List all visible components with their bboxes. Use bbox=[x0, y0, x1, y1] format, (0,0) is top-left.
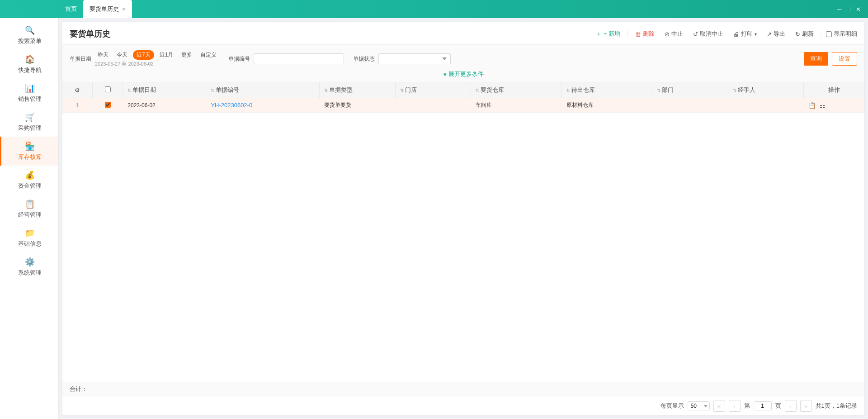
delete-button[interactable]: 🗑 删除 bbox=[632, 28, 657, 40]
sidebar-item-quick-nav[interactable]: 🏠 快捷导航 bbox=[0, 50, 58, 79]
display-detail-label: 显示明细 bbox=[834, 30, 857, 38]
expand-more-icon: ▾ bbox=[443, 71, 447, 78]
sidebar-item-system[interactable]: ⚙️ 系统管理 bbox=[0, 252, 58, 281]
tab-home[interactable]: 首页 bbox=[59, 0, 83, 18]
row-to-wh-cell: 原材料仓库 bbox=[561, 98, 652, 113]
page-size-label: 每页显示 bbox=[660, 402, 684, 410]
col-from-wh-sort-icon[interactable]: ⇅ bbox=[476, 88, 479, 93]
col-doc-num-sort-icon[interactable]: ⇅ bbox=[211, 88, 214, 93]
row-edit-icon[interactable]: 📋 bbox=[808, 102, 816, 109]
new-label: + 新增 bbox=[604, 30, 620, 38]
col-date-sort-icon[interactable]: ⇅ bbox=[127, 88, 131, 93]
refresh-button[interactable]: ↻ 刷新 bbox=[793, 28, 816, 40]
col-dept-label: 部门 bbox=[662, 86, 674, 94]
date-filter-buttons: 昨天 今天 近7天 近1月 更多 自定义 2023-05-27 至 2023-0… bbox=[95, 50, 219, 67]
col-from-wh: ⇅要货仓库 bbox=[471, 82, 561, 98]
delete-icon: 🗑 bbox=[635, 31, 641, 38]
col-doc-num-label: 单据编号 bbox=[216, 86, 239, 94]
row-doc-num-link[interactable]: YH-20230602-0 bbox=[211, 102, 252, 109]
print-button[interactable]: 🖨 打印 ▾ bbox=[731, 28, 760, 40]
date-btn-more[interactable]: 更多 bbox=[179, 50, 195, 60]
date-btn-today[interactable]: 今天 bbox=[114, 50, 130, 60]
date-btn-yesterday[interactable]: 昨天 bbox=[95, 50, 111, 60]
page-size-select[interactable]: 10 20 50 100 bbox=[688, 401, 710, 410]
minimize-icon[interactable]: ─ bbox=[837, 6, 841, 13]
prev-page-icon: ‹ bbox=[733, 403, 735, 409]
expand-more-label: 展开更多条件 bbox=[448, 70, 484, 78]
date-btn-1month[interactable]: 近1月 bbox=[157, 50, 176, 60]
col-handler-sort-icon[interactable]: ⇅ bbox=[733, 88, 736, 93]
prev-page-btn[interactable]: ‹ bbox=[729, 400, 741, 412]
doc-num-label: 单据编号 bbox=[228, 55, 250, 63]
first-page-btn[interactable]: « bbox=[713, 400, 725, 412]
display-detail-toggle[interactable]: 显示明细 bbox=[826, 30, 857, 38]
next-page-btn[interactable]: › bbox=[785, 400, 797, 412]
close-icon[interactable]: ✕ bbox=[856, 6, 861, 13]
export-button[interactable]: ↗ 导出 bbox=[764, 28, 788, 40]
sidebar-item-base-info[interactable]: 📁 基础信息 bbox=[0, 224, 58, 252]
stop-button[interactable]: ⊘ 中止 bbox=[662, 28, 686, 40]
page-number-input[interactable] bbox=[754, 401, 772, 410]
select-all-checkbox[interactable] bbox=[105, 86, 111, 92]
toolbar: ＋ + 新增 🗑 删除 ⊘ 中止 ↺ 取消中止 🖨 打 bbox=[593, 28, 857, 40]
col-from-wh-label: 要货仓库 bbox=[481, 86, 504, 94]
tab-requisition-history[interactable]: 要货单历史 ✕ bbox=[83, 0, 132, 18]
divider-2 bbox=[821, 30, 821, 38]
row-dept-cell bbox=[652, 98, 728, 113]
settings-col-icon[interactable]: ⚙ bbox=[75, 87, 80, 94]
col-doc-type-label: 单据类型 bbox=[329, 86, 353, 94]
col-to-wh-sort-icon[interactable]: ⇅ bbox=[566, 88, 570, 93]
date-btn-7days[interactable]: 近7天 bbox=[133, 50, 154, 60]
sidebar-item-inventory[interactable]: 🏪 库存核算 bbox=[0, 137, 58, 166]
last-page-btn[interactable]: » bbox=[800, 400, 812, 412]
sidebar-item-inventory-label: 库存核算 bbox=[18, 153, 42, 161]
col-date-label: 单据日期 bbox=[132, 86, 156, 94]
pagination-bar: 每页显示 10 20 50 100 « ‹ 第 页 › » 共1页，1条记录 bbox=[62, 396, 864, 415]
cancel-stop-button[interactable]: ↺ 取消中止 bbox=[690, 28, 726, 40]
sidebar-item-sales-mgmt[interactable]: 📊 销售管理 bbox=[0, 79, 58, 108]
row-from-wh-cell: 车间库 bbox=[471, 98, 561, 113]
sidebar-item-purchase-mgmt[interactable]: 🛒 采购管理 bbox=[0, 108, 58, 137]
new-button[interactable]: ＋ + 新增 bbox=[593, 28, 623, 40]
base-info-icon: 📁 bbox=[25, 228, 35, 238]
date-filter-group: 单据日期 昨天 今天 近7天 近1月 更多 自定义 2023-05-27 至 2… bbox=[70, 50, 219, 67]
table-container: ⚙ ⇅单据日期 ⇅单据编号 ⇅单据类型 bbox=[62, 82, 864, 382]
sidebar-item-operations[interactable]: 📋 经营管理 bbox=[0, 195, 58, 224]
query-button[interactable]: 查询 bbox=[804, 52, 828, 66]
col-dept-sort-icon[interactable]: ⇅ bbox=[657, 88, 660, 93]
row-store-cell bbox=[395, 98, 471, 113]
operations-icon: 📋 bbox=[25, 199, 35, 209]
finance-icon: 💰 bbox=[25, 170, 35, 180]
date-range-display: 2023-05-27 至 2023-06-02 bbox=[95, 61, 219, 67]
next-page-icon: › bbox=[789, 403, 791, 409]
row-handler-cell bbox=[728, 98, 803, 113]
sidebar: 🔍 搜索菜单 🏠 快捷导航 📊 销售管理 🛒 采购管理 🏪 库存核算 💰 资金管… bbox=[0, 18, 59, 419]
settings-button[interactable]: 设置 bbox=[832, 52, 857, 66]
tab-close-icon[interactable]: ✕ bbox=[122, 6, 126, 12]
col-dept: ⇅部门 bbox=[652, 82, 728, 98]
col-store-sort-icon[interactable]: ⇅ bbox=[400, 88, 404, 93]
col-store: ⇅门店 bbox=[395, 82, 471, 98]
row-checkbox[interactable] bbox=[105, 102, 111, 108]
system-icon: ⚙️ bbox=[25, 257, 35, 267]
row-detail-icon[interactable]: ⚏ bbox=[820, 102, 826, 109]
sidebar-item-finance[interactable]: 💰 资金管理 bbox=[0, 166, 58, 195]
doc-status-select[interactable] bbox=[378, 53, 451, 64]
quick-nav-icon: 🏠 bbox=[25, 54, 35, 64]
doc-status-filter-group: 单据状态 bbox=[353, 53, 451, 64]
print-label: 打印 bbox=[741, 30, 753, 38]
col-doc-type-sort-icon[interactable]: ⇅ bbox=[324, 88, 328, 93]
maximize-icon[interactable]: □ bbox=[847, 6, 850, 13]
stop-icon: ⊘ bbox=[665, 31, 670, 38]
date-btn-custom[interactable]: 自定义 bbox=[198, 50, 219, 60]
sidebar-item-search-menu[interactable]: 🔍 搜索菜单 bbox=[0, 21, 58, 50]
refresh-icon: ↻ bbox=[795, 31, 800, 38]
display-detail-checkbox[interactable] bbox=[826, 31, 832, 37]
table-row[interactable]: 1 2023-06-02 YH-20230602-0 要货单要货 车间库 原材料… bbox=[62, 98, 864, 113]
last-page-icon: » bbox=[804, 403, 807, 409]
expand-more-filters[interactable]: ▾ 展开更多条件 bbox=[70, 70, 857, 78]
date-buttons: 昨天 今天 近7天 近1月 更多 自定义 bbox=[95, 50, 219, 60]
export-label: 导出 bbox=[774, 30, 785, 38]
refresh-label: 刷新 bbox=[802, 30, 814, 38]
doc-num-input[interactable] bbox=[254, 53, 344, 64]
